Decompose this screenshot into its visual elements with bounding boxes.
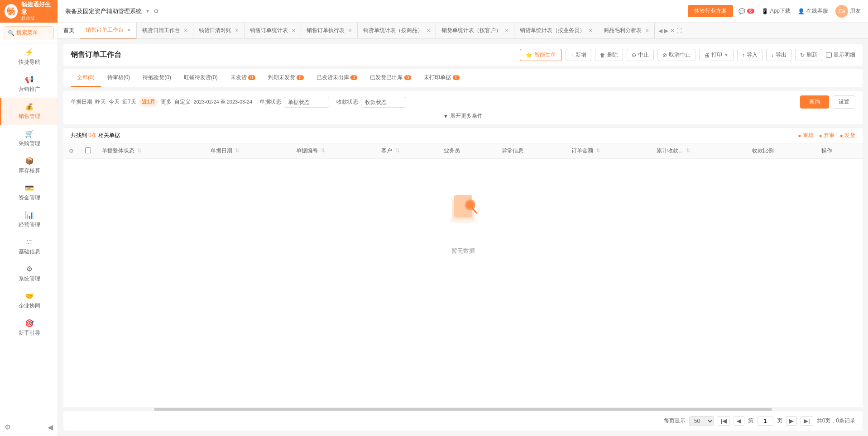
page-label: 第: [748, 417, 753, 425]
page-number-input[interactable]: [757, 417, 773, 426]
sidebar-settings-button[interactable]: ⚙: [5, 423, 11, 431]
header-settings-icon[interactable]: ⚙: [153, 8, 159, 14]
th-collected: 累计收款... ⇅: [651, 143, 746, 159]
tab-close-icon[interactable]: ✕: [427, 28, 430, 33]
user-menu-button[interactable]: Ea 用友: [835, 5, 861, 18]
message-button[interactable]: 💬 6: [739, 8, 754, 14]
date-opt-custom[interactable]: 自定义: [174, 98, 191, 106]
sidebar-item-inventory[interactable]: 📦 库存核算: [0, 152, 58, 179]
col-label: 单据日期: [211, 147, 232, 154]
industry-solution-button[interactable]: 体验行业方案: [688, 5, 733, 17]
export-button[interactable]: ↓ 导出: [766, 49, 791, 61]
sub-tab-overdue-unshipped[interactable]: 到期未发货 0: [262, 69, 310, 87]
tab-close-icon[interactable]: ✕: [235, 28, 239, 33]
tab-maximize-icon[interactable]: ⛶: [676, 28, 682, 34]
online-service-button[interactable]: 👤 在线客服: [798, 7, 828, 15]
import-button[interactable]: ↑ 导入: [737, 49, 762, 61]
sort-icon[interactable]: ⇅: [686, 147, 691, 154]
tab-close-icon[interactable]: ✕: [184, 28, 187, 33]
tab-close-all-icon[interactable]: ✕: [670, 28, 675, 34]
print-button[interactable]: 🖨 打印 ▼: [699, 49, 734, 61]
tab-cash-reconcile[interactable]: 钱货日清对账 ✕: [193, 23, 245, 39]
date-opt-1month[interactable]: 近1月: [139, 97, 158, 107]
sub-tab-unshipped[interactable]: 未发货 0: [224, 69, 262, 87]
anti-review-action-button[interactable]: ● 弃审: [819, 132, 834, 139]
sidebar-item-operation[interactable]: 📊 经营管理: [0, 206, 58, 233]
page-size-select[interactable]: 50 100 200: [689, 416, 714, 426]
sidebar-collapse-button[interactable]: ◀: [48, 423, 53, 431]
tab-sales-summary-staff[interactable]: 销货单统计表（按业务员） ✕: [514, 23, 598, 39]
th-settings[interactable]: ⚙: [63, 143, 80, 159]
sidebar-item-marketing[interactable]: 📢 营销推广: [0, 71, 58, 98]
date-opt-more[interactable]: 更多: [161, 98, 172, 106]
sort-icon[interactable]: ⇅: [321, 147, 325, 154]
sub-tab-shipped-not-out[interactable]: 已发货未出库 0: [310, 69, 364, 87]
sub-tab-shipped-out[interactable]: 已发货已出库 0: [364, 69, 417, 87]
stop-button[interactable]: ⊙ 中止: [627, 49, 654, 61]
sidebar-item-sales[interactable]: 💰 销售管理: [0, 98, 58, 125]
sidebar-item-newbie[interactable]: 🎯 新手引导: [0, 314, 58, 341]
show-detail-checkbox[interactable]: [826, 52, 832, 58]
tab-close-icon[interactable]: ✕: [505, 28, 508, 33]
last-page-button[interactable]: ▶|: [801, 416, 813, 426]
sort-icon[interactable]: ⇅: [235, 147, 240, 154]
date-opt-7days[interactable]: 近7天: [122, 98, 136, 106]
smart-create-button[interactable]: ⭐ 智能生单: [520, 49, 562, 61]
date-opt-yesterday[interactable]: 昨天: [95, 98, 106, 106]
search-menu-button[interactable]: 🔍 搜索菜单: [4, 26, 54, 39]
status-select[interactable]: 单据状态: [284, 97, 329, 108]
tab-close-icon[interactable]: ✕: [348, 28, 352, 33]
date-opt-today[interactable]: 今天: [109, 98, 120, 106]
tab-close-icon[interactable]: ✕: [292, 28, 295, 33]
tab-home[interactable]: 首页: [58, 23, 80, 39]
app-download-button[interactable]: 📱 App下载: [762, 7, 791, 15]
sort-icon[interactable]: ⇅: [137, 147, 142, 154]
horizontal-scrollbar[interactable]: [63, 407, 863, 411]
sort-icon[interactable]: ⇅: [596, 147, 600, 154]
tab-sales-stats[interactable]: 销售订单统计表 ✕: [245, 23, 301, 39]
tab-prev-icon[interactable]: ◀: [658, 28, 662, 34]
sidebar-item-enterprise[interactable]: 🤝 企业协同: [0, 287, 58, 314]
refresh-button[interactable]: ↻ 刷新: [795, 49, 822, 61]
cancel-stop-button[interactable]: ⊘ 取消中止: [657, 49, 695, 61]
tab-sales-summary-customer[interactable]: 销货单统计表（按客户） ✕: [436, 23, 514, 39]
first-page-button[interactable]: |◀: [718, 416, 730, 426]
page-label-2: 页: [777, 417, 782, 425]
tab-next-icon[interactable]: ▶: [664, 28, 668, 34]
sidebar-item-quick-nav[interactable]: ⚡ 快捷导航: [0, 43, 58, 71]
tab-close-icon[interactable]: ✕: [589, 28, 592, 33]
tab-close-icon[interactable]: ✕: [645, 28, 649, 33]
tab-sales-exec[interactable]: 销售订单执行表 ✕: [301, 23, 358, 39]
tab-close-icon[interactable]: ✕: [127, 28, 131, 33]
payment-select[interactable]: 收款状态: [361, 97, 406, 108]
query-button[interactable]: 查询: [800, 95, 829, 109]
prev-page-button[interactable]: ◀: [734, 416, 744, 426]
tab-cash-daily[interactable]: 钱货日清工作台 ✕: [137, 23, 193, 39]
tab-product-margin[interactable]: 商品毛利分析表 ✕: [598, 23, 655, 39]
delete-button[interactable]: 🗑 删除: [595, 49, 623, 61]
sub-tab-pending-review[interactable]: 待审核(0): [101, 69, 137, 87]
sub-tab-pending-inspect[interactable]: 待抱验货(0): [136, 69, 177, 87]
sidebar-item-purchase[interactable]: 🛒 采购管理: [0, 125, 58, 152]
header-dropdown-icon[interactable]: ▼: [145, 9, 150, 14]
tab-sales-summary-product[interactable]: 销货单统计表（按商品） ✕: [358, 23, 436, 39]
sub-tab-all[interactable]: 全部(0): [71, 69, 101, 87]
select-all-checkbox[interactable]: [85, 147, 91, 153]
next-page-button[interactable]: ▶: [786, 416, 797, 426]
sidebar-item-finance[interactable]: 💳 资金管理: [0, 179, 58, 206]
filter-setting-button[interactable]: 设置: [833, 95, 855, 109]
ship-action-button[interactable]: ● 发货: [840, 132, 855, 139]
count-suffix: 相关单据: [98, 132, 120, 138]
sub-tabs: 全部(0) 待审核(0) 待抱验货(0) 旺铺待发货(0) 未发货 0 到期未发…: [63, 69, 863, 87]
sidebar-item-basic[interactable]: 🗂 基础信息: [0, 233, 58, 260]
tab-sales-workbench[interactable]: 销售订单工作台 ✕: [80, 23, 137, 39]
expand-filter-button[interactable]: ▼ 展开更多条件: [443, 112, 483, 120]
sub-tab-wangpu-ship[interactable]: 旺铺待发货(0): [177, 69, 224, 87]
add-button[interactable]: + 新增: [566, 49, 591, 61]
smart-btn-label: 智能生单: [534, 51, 556, 59]
sort-icon[interactable]: ⇅: [395, 147, 400, 154]
sub-tab-unprinted[interactable]: 未打印单据 0: [417, 69, 466, 87]
review-action-button[interactable]: ● 审核: [798, 132, 813, 139]
show-detail-checkbox-area[interactable]: 显示明细: [826, 51, 855, 59]
sidebar-item-system[interactable]: ⚙ 系统管理: [0, 260, 58, 287]
